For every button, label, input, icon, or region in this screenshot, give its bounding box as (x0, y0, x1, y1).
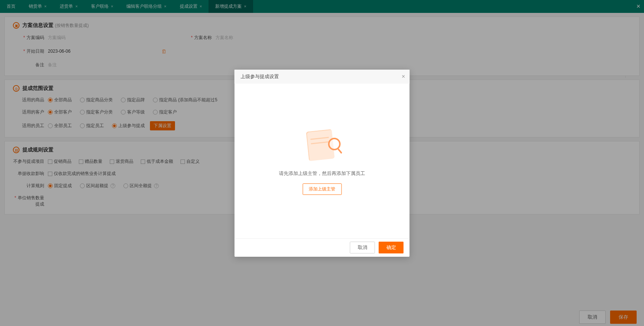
modal-footer: 取消 确定 (235, 238, 410, 257)
modal-cancel-button[interactable]: 取消 (350, 242, 375, 253)
add-superior-button[interactable]: 添加上级主管 (302, 183, 342, 195)
empty-text: 请先添加上级主管，然后再添加下属员工 (279, 170, 365, 177)
modal-header: 上级参与提成设置 × (235, 70, 410, 84)
modal-close-icon[interactable]: × (402, 73, 405, 80)
modal-ok-button[interactable]: 确定 (379, 242, 404, 253)
modal-body: 请先添加上级主管，然后再添加下属员工 添加上级主管 (235, 84, 410, 238)
empty-illustration (300, 127, 344, 164)
modal-title: 上级参与提成设置 (241, 73, 279, 80)
superior-settings-modal: 上级参与提成设置 × 请先添加上级主管，然后再添加下属员工 添加上级主管 取消 … (235, 70, 410, 257)
